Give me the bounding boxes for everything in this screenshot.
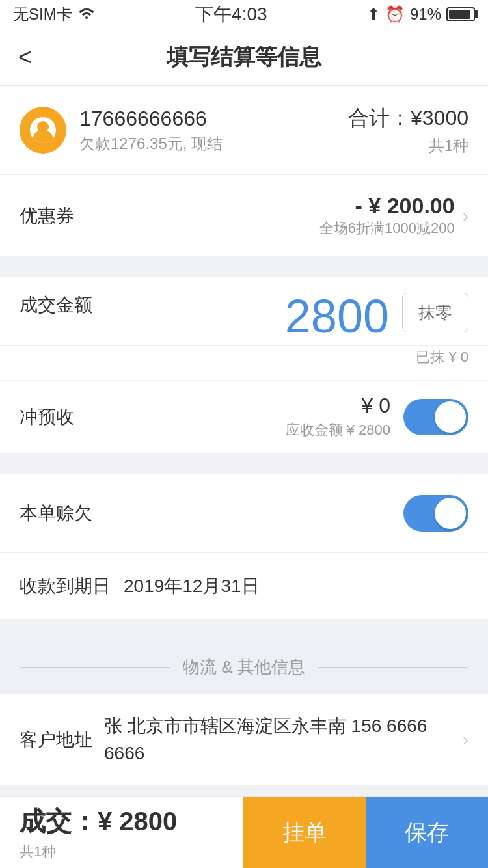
prepay-sub: 应收金额 ¥ 2800 bbox=[286, 420, 390, 440]
address-chevron-icon: › bbox=[463, 729, 468, 750]
customer-phone: 17666666666 bbox=[79, 107, 348, 131]
due-date-row: 收款到期日 2019年12月31日 bbox=[0, 552, 488, 619]
due-date-value: 2019年12月31日 bbox=[124, 574, 260, 599]
status-right: ⬆ ⏰ 91% bbox=[367, 5, 475, 23]
deal-amount-section: 成交金额 2800 抹零 已抹 ¥ 0 冲预收 ¥ 0 应收金额 ¥ 2800 bbox=[0, 277, 488, 454]
pending-button[interactable]: 挂单 bbox=[243, 797, 366, 869]
customer-total: 合计：¥3000 共1种 bbox=[348, 104, 468, 156]
total-amount: 合计：¥3000 bbox=[348, 104, 468, 133]
address-row[interactable]: 客户地址 张 北京市市辖区海淀区永丰南 156 6666 6666 › bbox=[0, 694, 488, 785]
nav-bar: < 填写结算等信息 bbox=[0, 29, 488, 86]
total-value: ¥3000 bbox=[411, 106, 468, 129]
status-time: 下午4:03 bbox=[195, 2, 267, 27]
coupon-discount: - ¥ 200.00 bbox=[319, 193, 455, 219]
credit-toggle-knob bbox=[435, 498, 466, 529]
toggle-knob bbox=[435, 401, 466, 433]
back-button[interactable]: < bbox=[18, 44, 32, 71]
logistics-line-left bbox=[20, 667, 170, 668]
total-label: 合计： bbox=[348, 106, 411, 129]
credit-row: 本单赊欠 bbox=[0, 474, 488, 552]
prepay-right: ¥ 0 应收金额 ¥ 2800 bbox=[124, 394, 390, 440]
bottom-deal-line: 成交：¥ 2800 bbox=[20, 804, 224, 839]
prepay-label: 冲预收 bbox=[20, 405, 124, 429]
deal-amount-row: 成交金额 2800 抹零 bbox=[0, 277, 488, 346]
location-icon: ⬆ bbox=[367, 5, 380, 23]
prepay-toggle[interactable] bbox=[403, 399, 468, 435]
status-bar: 无SIM卡 下午4:03 ⬆ ⏰ 91% bbox=[0, 0, 488, 29]
avatar-icon bbox=[30, 117, 56, 143]
address-section: 客户地址 张 北京市市辖区海淀区永丰南 156 6666 6666 › bbox=[0, 694, 488, 785]
credit-toggle[interactable] bbox=[403, 495, 468, 532]
logistics-line-right bbox=[318, 667, 468, 668]
alarm-icon: ⏰ bbox=[385, 5, 405, 23]
battery-percent: 91% bbox=[410, 5, 441, 23]
customer-section: 17666666666 欠款1276.35元, 现结 合计：¥3000 共1种 … bbox=[0, 86, 488, 256]
credit-section: 本单赊欠 收款到期日 2019年12月31日 bbox=[0, 474, 488, 619]
status-left: 无SIM卡 bbox=[13, 4, 96, 25]
avatar bbox=[20, 107, 66, 154]
deal-amount-value: 2800 bbox=[285, 293, 389, 340]
deal-amount-value-area: 2800 抹零 bbox=[124, 293, 468, 340]
battery-icon bbox=[446, 7, 475, 21]
page-title: 填写结算等信息 bbox=[167, 42, 321, 72]
coupon-right: - ¥ 200.00 全场6折满1000减200 › bbox=[319, 193, 468, 238]
bottom-summary: 成交：¥ 2800 共1种 bbox=[0, 804, 243, 861]
bottom-bar: 成交：¥ 2800 共1种 挂单 保存 bbox=[0, 796, 488, 868]
address-value: 张 北京市市辖区海淀区永丰南 156 6666 6666 bbox=[104, 712, 455, 767]
round-subtext: 已抹 ¥ 0 bbox=[416, 349, 468, 365]
due-date-label: 收款到期日 bbox=[20, 574, 111, 599]
deal-amount-label: 成交金额 bbox=[20, 293, 124, 318]
coupon-desc: 全场6折满1000减200 bbox=[319, 219, 455, 238]
customer-info: 17666666666 欠款1276.35元, 现结 bbox=[79, 107, 348, 154]
bottom-deal-label: 成交： bbox=[20, 807, 98, 835]
prepay-row: 冲预收 ¥ 0 应收金额 ¥ 2800 bbox=[0, 381, 488, 454]
prepay-amount: ¥ 0 bbox=[362, 394, 390, 418]
divider-2 bbox=[0, 464, 488, 474]
credit-label: 本单赊欠 bbox=[20, 501, 124, 526]
customer-subtext: 欠款1276.35元, 现结 bbox=[79, 133, 348, 154]
carrier-text: 无SIM卡 bbox=[13, 4, 72, 25]
chevron-right-icon: › bbox=[463, 206, 468, 226]
bottom-deal-amount: ¥ 2800 bbox=[98, 807, 177, 835]
coupon-label: 优惠券 bbox=[20, 204, 74, 228]
total-sub: 共1种 bbox=[348, 135, 468, 156]
divider-3 bbox=[0, 630, 488, 640]
divider-1 bbox=[0, 267, 488, 277]
wifi-icon bbox=[77, 5, 96, 23]
logistics-divider: 物流 & 其他信息 bbox=[0, 640, 488, 694]
round-btn[interactable]: 抹零 bbox=[402, 293, 468, 332]
bottom-count: 共1种 bbox=[20, 842, 224, 861]
save-button[interactable]: 保存 bbox=[366, 797, 488, 869]
customer-row: 17666666666 欠款1276.35元, 现结 合计：¥3000 共1种 bbox=[0, 86, 488, 174]
logistics-text: 物流 & 其他信息 bbox=[183, 656, 305, 679]
coupon-row[interactable]: 优惠券 - ¥ 200.00 全场6折满1000减200 › bbox=[0, 174, 488, 256]
address-label: 客户地址 bbox=[20, 727, 104, 752]
